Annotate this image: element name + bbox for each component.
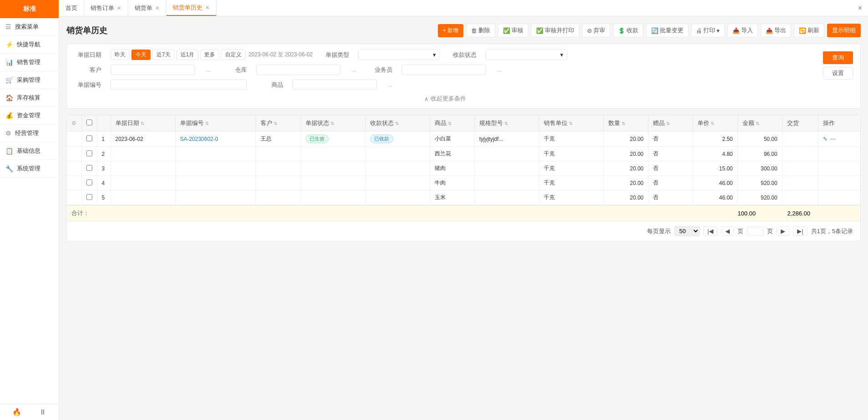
set-button[interactable]: 设置 xyxy=(823,67,853,80)
page-word: 页 xyxy=(738,227,743,235)
payment-status-select[interactable]: ▾ xyxy=(486,50,567,60)
tab-sales-delivery-close[interactable]: ✕ xyxy=(155,5,160,11)
row-checkbox[interactable] xyxy=(86,165,92,171)
td-row-num: 2 xyxy=(97,147,110,161)
doc-type-select[interactable]: ▾ xyxy=(358,50,440,60)
date-btn-custom[interactable]: 自定义 xyxy=(221,50,246,60)
tab-sales-order-close[interactable]: ✕ xyxy=(117,5,121,11)
tab-home[interactable]: 首页 xyxy=(59,0,84,16)
sidebar-item-basic-info[interactable]: 📋 基础信息 xyxy=(0,142,59,160)
sidebar-item-system-mgmt[interactable]: 🔧 系统管理 xyxy=(0,160,59,178)
main-content: 首页 销售订单 ✕ 销货单 ✕ 销货单历史 ✕ ✕ 销货单历史 + 新增 🗑 删… xyxy=(59,0,868,420)
th-sales-unit[interactable]: 销售单位⇅ xyxy=(539,115,604,131)
tab-sales-history-close[interactable]: ✕ xyxy=(205,5,210,11)
td-quantity: 20.00 xyxy=(604,176,648,190)
th-doc-no[interactable]: 单据编号⇅ xyxy=(175,115,256,131)
row-checkbox[interactable] xyxy=(86,194,92,200)
td-checkbox[interactable] xyxy=(81,190,97,205)
query-button[interactable]: 查询 xyxy=(823,51,853,64)
sidebar-item-quick-nav[interactable]: ⚡ 快捷导航 xyxy=(0,36,59,54)
row-checkbox[interactable] xyxy=(86,135,92,141)
approve-print-button[interactable]: ✅ 审核并打印 xyxy=(531,24,579,37)
customer-input[interactable] xyxy=(110,65,195,75)
warehouse-label: 仓库 xyxy=(220,66,247,74)
purchase-mgmt-icon: 🛒 xyxy=(5,76,13,84)
sidebar-item-sales-mgmt[interactable]: 📊 销售管理 xyxy=(0,54,59,71)
action-btn[interactable]: ⋯ xyxy=(830,136,836,142)
td-checkbox[interactable] xyxy=(81,147,97,161)
batch-change-button[interactable]: 🔄 批量变更 xyxy=(646,24,688,37)
td-quantity: 20.00 xyxy=(604,161,648,176)
td-payment-status xyxy=(365,147,430,161)
td-customer xyxy=(256,190,301,205)
th-amount[interactable]: 金额⇅ xyxy=(738,115,782,131)
th-checkbox[interactable] xyxy=(81,115,97,131)
show-detail-button[interactable]: 显示明细 xyxy=(827,24,861,37)
td-transaction xyxy=(782,161,818,176)
td-settings xyxy=(67,161,81,176)
sidebar-fire-btn[interactable]: 🔥 xyxy=(12,408,21,416)
select-all-checkbox[interactable] xyxy=(86,120,92,125)
first-page-btn[interactable]: |◀ xyxy=(703,226,717,236)
sidebar-item-search-menu[interactable]: ☰ 搜索菜单 xyxy=(0,18,59,36)
date-btn-1month[interactable]: 近1月 xyxy=(176,50,199,60)
collect-button[interactable]: 💲 收款 xyxy=(613,24,643,37)
td-transaction xyxy=(782,176,818,190)
sort-icon: ⇅ xyxy=(395,121,399,126)
action-btn[interactable]: ✎ xyxy=(823,136,828,142)
sidebar-item-inventory[interactable]: 🏠 库存核算 xyxy=(0,89,59,107)
sidebar-item-operations-mgmt[interactable]: ⚙ 经营管理 xyxy=(0,125,59,142)
next-page-btn[interactable]: ▶ xyxy=(777,226,789,236)
export-button[interactable]: 📤 导出 xyxy=(761,24,791,37)
tab-bar-close-btn[interactable]: ✕ xyxy=(852,5,868,11)
import-button[interactable]: 📥 导入 xyxy=(728,24,758,37)
td-sales-unit: 千克 xyxy=(539,147,604,161)
th-payment-status[interactable]: 收款状态⇅ xyxy=(365,115,430,131)
discard-button[interactable]: ⊘ 弃审 xyxy=(582,24,610,37)
row-checkbox[interactable] xyxy=(86,150,92,156)
refresh-button[interactable]: 🔁 刷新 xyxy=(794,24,824,37)
warehouse-input[interactable] xyxy=(256,65,341,75)
row-checkbox[interactable] xyxy=(86,180,92,185)
sort-icon: ⇅ xyxy=(569,121,572,126)
last-page-btn[interactable]: ▶| xyxy=(793,226,807,236)
sidebar-item-finance-mgmt[interactable]: 💰 资金管理 xyxy=(0,107,59,125)
doc-no-input[interactable] xyxy=(110,80,247,90)
th-gift[interactable]: 赠品⇅ xyxy=(648,115,693,131)
sidebar-pause-btn[interactable]: ⏸ xyxy=(39,408,46,416)
th-settings[interactable]: ⚙ xyxy=(67,115,81,131)
td-checkbox[interactable] xyxy=(81,161,97,176)
th-unit-price[interactable]: 单价⇅ xyxy=(693,115,738,131)
delete-button[interactable]: 🗑 删除 xyxy=(466,24,495,37)
date-btn-more[interactable]: 更多 xyxy=(200,50,219,60)
sort-icon: ⇅ xyxy=(666,121,670,126)
approve-button[interactable]: ✅ 审核 xyxy=(498,24,528,37)
tab-sales-history[interactable]: 销货单历史 ✕ xyxy=(166,0,216,16)
prev-page-btn[interactable]: ◀ xyxy=(721,226,734,236)
th-spec-type[interactable]: 规格型号⇅ xyxy=(474,115,539,131)
td-amount: 96.00 xyxy=(738,147,782,161)
th-doc-status[interactable]: 单据状态⇅ xyxy=(301,115,365,131)
collapse-btn[interactable]: ∧ 收起更多条件 xyxy=(74,95,816,103)
staff-input[interactable] xyxy=(401,65,486,75)
page-size-select[interactable]: 50 100 200 xyxy=(674,226,700,236)
date-btn-7days[interactable]: 近7天 xyxy=(152,50,175,60)
td-doc-no xyxy=(175,176,256,190)
sidebar-item-label: 资金管理 xyxy=(17,111,40,120)
print-button[interactable]: 🖨 打印 ▾ xyxy=(691,24,725,37)
date-btn-today[interactable]: 今天 xyxy=(131,50,151,60)
td-unit-price: 2.50 xyxy=(693,131,738,147)
page-input[interactable]: 1 xyxy=(747,226,763,236)
tab-sales-order[interactable]: 销售订单 ✕ xyxy=(84,0,128,16)
td-checkbox[interactable] xyxy=(81,176,97,190)
td-checkbox[interactable] xyxy=(81,131,97,147)
date-btn-yesterday[interactable]: 昨天 xyxy=(110,50,130,60)
goods-input[interactable] xyxy=(292,80,377,90)
th-customer[interactable]: 客户⇅ xyxy=(256,115,301,131)
th-quantity[interactable]: 数量⇅ xyxy=(604,115,648,131)
new-button[interactable]: + 新增 xyxy=(438,24,463,37)
th-goods[interactable]: 商品⇅ xyxy=(430,115,474,131)
th-doc-date[interactable]: 单据日期⇅ xyxy=(110,115,175,131)
sidebar-item-purchase-mgmt[interactable]: 🛒 采购管理 xyxy=(0,71,59,89)
tab-sales-delivery[interactable]: 销货单 ✕ xyxy=(128,0,166,16)
